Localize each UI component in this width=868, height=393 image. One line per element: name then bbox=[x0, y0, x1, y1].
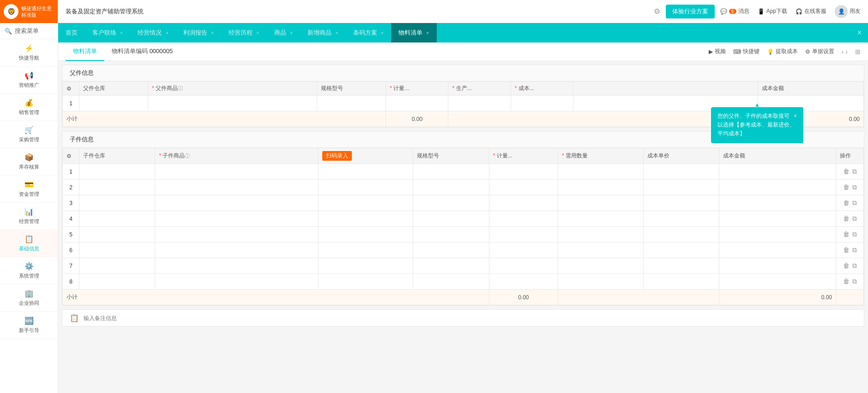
cell-unit[interactable] bbox=[489, 274, 558, 290]
cell-unit-cost[interactable] bbox=[643, 180, 719, 195]
close-icon[interactable]: × bbox=[290, 30, 293, 36]
sidebar-item-finance[interactable]: 💳 资金管理 bbox=[0, 175, 58, 203]
delete-icon[interactable]: 🗑 bbox=[843, 168, 850, 175]
cell-unit-cost[interactable] bbox=[643, 195, 719, 211]
copy-icon[interactable]: ⧉ bbox=[852, 262, 857, 270]
settings-icon[interactable]: ⚙ bbox=[654, 7, 660, 16]
cell-goods[interactable] bbox=[155, 242, 319, 258]
tab-home[interactable]: 首页 bbox=[58, 23, 85, 42]
tab-bom[interactable]: 物料清单 × bbox=[391, 23, 436, 42]
cell-goods[interactable] bbox=[155, 180, 319, 195]
cell-spec[interactable] bbox=[413, 258, 489, 274]
cell-spec[interactable] bbox=[413, 180, 489, 195]
delete-icon[interactable]: 🗑 bbox=[843, 183, 850, 191]
cell-warehouse[interactable] bbox=[79, 180, 155, 195]
sidebar-item-purchase[interactable]: 🛒 采购管理 bbox=[0, 121, 58, 148]
cell-qty[interactable] bbox=[558, 274, 644, 290]
cell-unit-cost[interactable] bbox=[643, 211, 719, 227]
expand-icon[interactable]: ⊞ bbox=[855, 48, 861, 55]
delete-icon[interactable]: 🗑 bbox=[843, 262, 850, 270]
cell-unit-cost[interactable] bbox=[643, 164, 719, 180]
cell-unit[interactable] bbox=[489, 242, 558, 258]
cell-unit-cost[interactable] bbox=[643, 274, 719, 290]
cell-unit[interactable] bbox=[489, 227, 558, 242]
cell-unit-cost[interactable] bbox=[643, 258, 719, 274]
cell-goods[interactable] bbox=[155, 258, 319, 274]
sidebar-item-enterprise[interactable]: 🏢 企业协同 bbox=[0, 284, 58, 312]
cell-goods[interactable] bbox=[155, 211, 319, 227]
close-icon[interactable]: × bbox=[211, 30, 214, 36]
video-action[interactable]: ▶ 视频 bbox=[709, 48, 726, 55]
cell-unit[interactable] bbox=[489, 164, 558, 180]
tab-profit[interactable]: 利润报告 × bbox=[176, 23, 221, 42]
cell-qty[interactable] bbox=[558, 180, 644, 195]
sidebar-item-quick-nav[interactable]: ⚡ 快捷导航 bbox=[0, 39, 58, 67]
cell-goods[interactable] bbox=[155, 164, 319, 180]
message-button[interactable]: 💬 6 消息 bbox=[720, 7, 749, 15]
cell-cost[interactable] bbox=[511, 96, 573, 111]
th-settings[interactable]: ⚙ bbox=[63, 148, 79, 164]
th-settings[interactable]: ⚙ bbox=[63, 82, 79, 96]
copy-icon[interactable]: ⧉ bbox=[852, 183, 857, 191]
tooltip-close[interactable]: × bbox=[794, 112, 797, 121]
cell-warehouse[interactable] bbox=[79, 274, 155, 290]
close-icon[interactable]: × bbox=[165, 30, 168, 36]
cell-unit[interactable] bbox=[386, 96, 448, 111]
cell-spec[interactable] bbox=[317, 96, 386, 111]
cell-unit[interactable] bbox=[489, 195, 558, 211]
sub-tab-bom-code[interactable]: 物料清单编码 0000005 bbox=[104, 42, 180, 61]
cell-warehouse[interactable] bbox=[79, 227, 155, 242]
cell-spec[interactable] bbox=[413, 195, 489, 211]
sidebar-item-inventory[interactable]: 📦 库存核算 bbox=[0, 148, 58, 175]
sidebar-item-operations[interactable]: 📊 经营管理 bbox=[0, 203, 58, 230]
extract-cost-action[interactable]: 💡 提取成本 bbox=[767, 48, 798, 55]
delete-icon[interactable]: 🗑 bbox=[843, 246, 850, 254]
sidebar-search[interactable]: 🔍 搜索菜单 bbox=[0, 23, 58, 39]
tab-customer[interactable]: 客户联络 × bbox=[85, 23, 130, 42]
cell-qty[interactable] bbox=[558, 164, 644, 180]
cell-spec[interactable] bbox=[413, 211, 489, 227]
tab-barcode[interactable]: 条码方案 × bbox=[346, 23, 391, 42]
delete-icon[interactable]: 🗑 bbox=[843, 278, 850, 285]
cell-unit-cost[interactable] bbox=[643, 242, 719, 258]
cell-warehouse[interactable] bbox=[79, 195, 155, 211]
cell-warehouse[interactable] bbox=[79, 258, 155, 274]
tab-history[interactable]: 经营历程 × bbox=[221, 23, 266, 42]
scan-button[interactable]: 扫码录入 bbox=[322, 151, 352, 161]
close-icon[interactable]: × bbox=[381, 30, 384, 36]
tab-goods[interactable]: 商品 × bbox=[267, 23, 300, 42]
cell-qty[interactable] bbox=[558, 258, 644, 274]
cell-qty[interactable] bbox=[558, 195, 644, 211]
cell-spec[interactable] bbox=[413, 164, 489, 180]
cell-goods[interactable] bbox=[148, 96, 317, 111]
prev-arrow[interactable]: ‹ bbox=[842, 48, 844, 55]
cell-qty[interactable] bbox=[558, 211, 644, 227]
cell-unit[interactable] bbox=[489, 211, 558, 227]
copy-icon[interactable]: ⧉ bbox=[852, 168, 857, 175]
delete-icon[interactable]: 🗑 bbox=[843, 230, 850, 238]
delete-icon[interactable]: 🗑 bbox=[843, 199, 850, 207]
try-button[interactable]: 体验行业方案 bbox=[666, 5, 715, 18]
tab-operations-status[interactable]: 经营情况 × bbox=[130, 23, 175, 42]
app-download-button[interactable]: 📱 App下载 bbox=[758, 7, 787, 15]
delete-icon[interactable]: 🗑 bbox=[843, 215, 850, 223]
cell-qty[interactable] bbox=[558, 227, 644, 242]
close-icon[interactable]: × bbox=[256, 30, 259, 36]
single-settings-action[interactable]: ⚙ 单据设置 bbox=[805, 48, 834, 55]
cell-warehouse[interactable] bbox=[79, 96, 148, 111]
tab-new-goods[interactable]: 新增商品 × bbox=[300, 23, 345, 42]
copy-icon[interactable]: ⧉ bbox=[852, 246, 857, 254]
close-icon[interactable]: × bbox=[120, 30, 123, 36]
sidebar-item-marketing[interactable]: 📢 营销推广 bbox=[0, 67, 58, 94]
sidebar-item-sales[interactable]: 💰 销售管理 bbox=[0, 94, 58, 121]
cell-production[interactable] bbox=[448, 96, 511, 111]
cell-spec[interactable] bbox=[413, 274, 489, 290]
cell-unit[interactable] bbox=[489, 258, 558, 274]
cell-warehouse[interactable] bbox=[79, 164, 155, 180]
cell-goods[interactable] bbox=[155, 195, 319, 211]
cell-warehouse[interactable] bbox=[79, 242, 155, 258]
user-button[interactable]: 👤 用友 bbox=[835, 5, 861, 18]
shortcut-action[interactable]: ⌨ 快捷键 bbox=[733, 48, 760, 55]
sub-tab-bom-list[interactable]: 物料清单 bbox=[66, 42, 104, 61]
copy-icon[interactable]: ⧉ bbox=[852, 215, 857, 223]
